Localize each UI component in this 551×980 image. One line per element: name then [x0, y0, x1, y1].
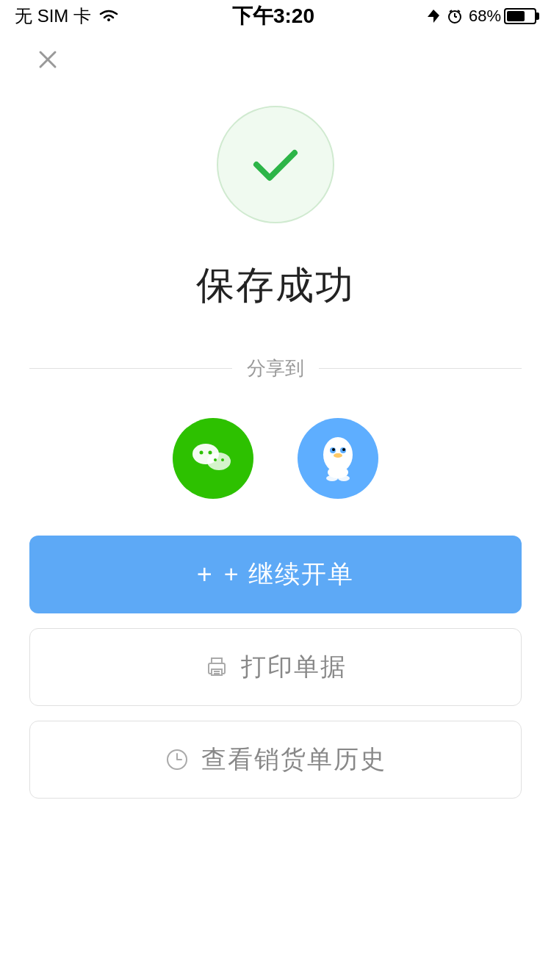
svg-point-9	[200, 451, 204, 455]
share-wechat-button[interactable]	[173, 418, 253, 499]
continue-button[interactable]: + + 继续开单	[29, 536, 522, 613]
history-button[interactable]: 查看销货单历史	[29, 721, 522, 799]
continue-icon: +	[197, 559, 212, 590]
no-sim-text: 无 SIM 卡	[15, 4, 91, 28]
divider-line-right	[319, 368, 522, 369]
svg-point-16	[338, 475, 350, 481]
wechat-icon	[190, 438, 237, 479]
success-icon-circle	[217, 106, 334, 223]
svg-point-22	[329, 453, 347, 468]
svg-point-8	[207, 453, 231, 470]
battery-icon	[504, 8, 536, 24]
status-right: 68%	[426, 7, 536, 26]
continue-label: + 继续开单	[224, 558, 354, 591]
share-divider: 分享到	[29, 356, 522, 381]
print-icon	[204, 655, 229, 680]
alarm-icon	[447, 8, 463, 24]
divider-line-left	[29, 368, 232, 369]
main-content: 保存成功 分享到	[0, 32, 551, 799]
svg-point-11	[214, 458, 217, 461]
svg-point-10	[209, 451, 212, 455]
battery-indicator: 68%	[469, 7, 536, 26]
action-buttons: + + 继续开单 打印单据 查看销货单历史	[0, 536, 551, 799]
close-button[interactable]	[29, 41, 66, 78]
battery-percentage: 68%	[469, 7, 501, 26]
qq-icon	[316, 433, 360, 484]
history-label: 查看销货单历史	[201, 743, 386, 777]
status-left: 无 SIM 卡	[15, 4, 120, 28]
share-icons-row	[29, 418, 522, 499]
svg-point-20	[342, 448, 345, 451]
checkmark-icon	[246, 135, 305, 194]
history-icon	[165, 747, 190, 772]
share-qq-button[interactable]	[298, 418, 378, 499]
close-icon	[36, 48, 60, 71]
svg-point-19	[332, 448, 335, 451]
success-title: 保存成功	[196, 260, 355, 311]
wifi-icon	[97, 8, 120, 24]
share-label: 分享到	[247, 356, 304, 381]
print-button[interactable]: 打印单据	[29, 628, 522, 706]
svg-point-12	[221, 458, 224, 461]
status-bar: 无 SIM 卡 下午3:20 68%	[0, 0, 551, 32]
share-section: 分享到	[0, 356, 551, 499]
print-label: 打印单据	[241, 650, 347, 684]
svg-point-15	[326, 475, 338, 481]
location-icon	[426, 8, 441, 24]
status-time: 下午3:20	[232, 2, 314, 30]
